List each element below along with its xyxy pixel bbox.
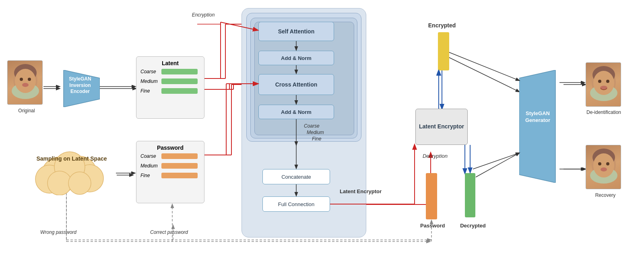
- svg-line-80: [449, 52, 519, 81]
- latent-title: Latent: [162, 60, 179, 66]
- latent-encryptor-side-label: Latent Encryptor: [336, 188, 385, 195]
- password-title: Password: [157, 145, 184, 151]
- medium-output-label: Medium: [307, 130, 324, 135]
- svg-marker-45: [519, 70, 555, 183]
- full-connection-label: Full Connection: [278, 201, 314, 207]
- decrypted-label: Decrypted: [459, 223, 487, 229]
- svg-point-57: [598, 162, 601, 165]
- decryption-label: Decryption: [417, 153, 453, 159]
- medium-bar-orange: [161, 163, 198, 169]
- fine-bar-green: [161, 88, 198, 94]
- svg-point-59: [601, 167, 607, 171]
- svg-point-49: [593, 71, 614, 95]
- svg-point-35: [28, 78, 31, 81]
- svg-point-51: [606, 80, 609, 83]
- recovery-label: Recovery: [593, 192, 618, 198]
- svg-point-50: [598, 80, 601, 83]
- coarse-output-label: Coarse: [304, 123, 320, 129]
- password-bottom-label: Password: [420, 223, 444, 229]
- latent-box: Latent Coarse Medium Fine: [136, 56, 204, 119]
- decrypted-green-bar: [465, 173, 475, 217]
- svg-point-36: [22, 83, 29, 87]
- fine-output-label: Fine: [312, 136, 321, 142]
- fine-label: Fine: [140, 88, 161, 94]
- medium-label: Medium: [140, 78, 161, 84]
- cross-attention-box: Cross Attention: [258, 74, 334, 95]
- svg-point-58: [606, 162, 609, 165]
- encryption-label: Encryption: [183, 12, 223, 18]
- sampling-label: Sampling on Latent Space: [36, 155, 107, 162]
- svg-point-33: [15, 69, 36, 93]
- svg-point-43: [47, 171, 72, 195]
- add-norm-2-label: Add & Norm: [281, 109, 312, 115]
- stylegan-generator: StyleGAN Generator: [519, 70, 559, 183]
- password-box: Password Coarse Medium Fine: [136, 141, 204, 203]
- add-norm-2-box: Add & Norm: [258, 105, 334, 119]
- svg-point-34: [20, 78, 23, 81]
- original-face: [7, 60, 43, 105]
- encrypted-label: Encrypted: [426, 22, 458, 29]
- self-attention-label: Self Attention: [278, 28, 314, 35]
- svg-line-18: [447, 56, 519, 92]
- fine-bar-orange: [161, 173, 198, 178]
- coarse-bar-green: [161, 69, 198, 74]
- svg-point-56: [593, 153, 614, 178]
- original-label: Original: [14, 108, 39, 114]
- full-connection-box: Full Connection: [262, 196, 330, 212]
- deidentification-label: De-identification: [583, 109, 625, 115]
- add-norm-1-box: Add & Norm: [258, 51, 334, 65]
- medium-bar-green: [161, 78, 198, 84]
- self-attention-box: Self Attention: [258, 22, 334, 41]
- medium-pw-label: Medium: [140, 163, 161, 169]
- stylegan-inversion-encoder: StyleGAN Inversion Encoder: [60, 70, 100, 107]
- svg-line-83: [476, 153, 519, 177]
- coarse-pw-label: Coarse: [140, 153, 161, 159]
- svg-point-44: [68, 172, 91, 194]
- concatenate-box: Concatenate: [262, 169, 330, 184]
- wrong-password-label: Wrong password: [38, 229, 78, 235]
- stylegan-inversion-label: StyleGAN Inversion Encoder: [69, 76, 91, 94]
- sampling-cloud: Sampling on Latent Space: [27, 143, 116, 195]
- svg-line-23: [473, 153, 519, 169]
- cross-attention-label: Cross Attention: [275, 81, 317, 88]
- correct-password-label: Correct password: [147, 229, 191, 235]
- add-norm-1-label: Add & Norm: [281, 55, 312, 61]
- recovery-face: [586, 145, 621, 189]
- password-vert-bar: [426, 173, 437, 219]
- latent-encryptor-box: Latent Encryptor: [415, 109, 468, 145]
- coarse-label: Coarse: [140, 69, 161, 74]
- deidentification-face: [586, 62, 621, 107]
- fine-pw-label: Fine: [140, 173, 161, 178]
- coarse-bar-orange: [161, 153, 198, 159]
- latent-encryptor-label: Latent Encryptor: [419, 123, 464, 131]
- stylegan-generator-label: StyleGAN Generator: [525, 110, 550, 123]
- concatenate-label: Concatenate: [281, 174, 311, 180]
- encrypted-yellow-bar: [438, 32, 449, 70]
